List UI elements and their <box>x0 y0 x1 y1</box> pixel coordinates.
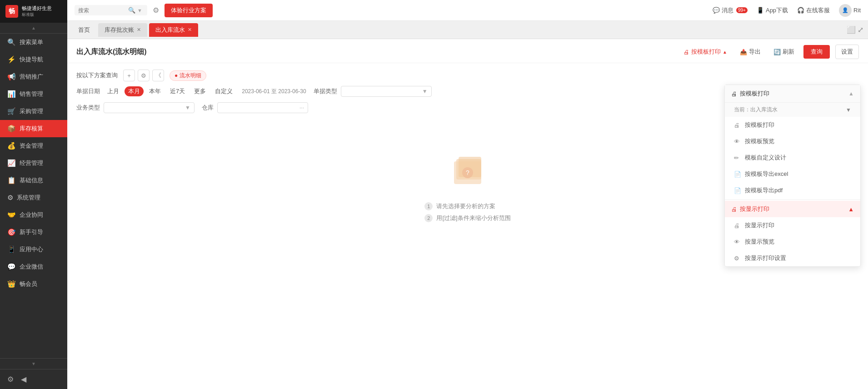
date-opt-thismonth[interactable]: 本月 <box>125 86 144 96</box>
print-dropdown-arrow: ▲ <box>723 50 727 55</box>
empty-steps-container: 1 请先选择要分析的方案 2 用[过滤]条件来缩小分析范围 <box>424 202 510 226</box>
window-restore-btn[interactable]: ⬜ <box>847 25 856 34</box>
tab-home-label: 首页 <box>78 26 90 34</box>
sidebar-logo: 畅 畅捷通好生意 标准版 <box>0 0 67 23</box>
print-icon: 🖨 <box>683 49 689 55</box>
scroll-down-arrow[interactable]: ▼ <box>30 360 37 367</box>
topbar-right: 💬 消息 99+ 📱 App下载 🎧 在线客服 👤 Rit <box>713 4 861 17</box>
finance-icon: 💰 <box>7 142 16 150</box>
export-btn[interactable]: 📤 导出 <box>736 46 764 58</box>
template-preview-label: 按模板预览 <box>745 137 774 145</box>
dropdown-collapse-arrow[interactable]: ▲ <box>848 90 854 97</box>
sidebar-item-basic[interactable]: 📋 基础信息 <box>0 172 67 189</box>
date-opt-last7[interactable]: 近7天 <box>166 86 189 96</box>
svg-text:?: ? <box>466 169 469 176</box>
doctype-select[interactable]: ▼ <box>341 86 432 97</box>
biztype-select[interactable]: ▼ <box>104 102 195 113</box>
template-pdf-label: 按模板导出pdf <box>745 186 783 194</box>
current-arrow-icon: ▼ <box>846 107 851 113</box>
refresh-label: 刷新 <box>783 48 794 56</box>
sidebar-item-wechat[interactable]: 💬 企业微信 <box>0 258 67 275</box>
date-opt-custom[interactable]: 自定义 <box>211 86 236 96</box>
template-excel-item[interactable]: 📄 按模板导出excel <box>725 166 860 182</box>
display-preview-item[interactable]: 👁 按显示预览 <box>725 234 860 250</box>
topbar-gear-icon[interactable]: ⚙ <box>153 6 159 15</box>
sidebar-item-vip[interactable]: 👑 畅会员 <box>0 275 67 293</box>
query-btn[interactable]: 查询 <box>803 45 830 59</box>
sidebar-item-operations[interactable]: 📈 经营管理 <box>0 155 67 172</box>
topbar-search-box[interactable]: 🔍 ▼ <box>75 5 147 15</box>
appcenter-icon: 📱 <box>7 245 16 254</box>
operations-icon: 📈 <box>7 159 16 167</box>
topbar: 🔍 ▼ ⚙ 体验行业方案 💬 消息 99+ 📱 App下载 🎧 在线客服 👤 R… <box>67 0 868 21</box>
display-print-item[interactable]: 🖨 按显示打印 <box>725 217 860 234</box>
date-filter-group: 单据日期 上月 本月 本年 近7天 更多 自定义 2023-06-01 至 20… <box>76 86 306 96</box>
tabbar: 首页 库存批次账 ✕ 出入库流水 ✕ ⬜ ⤢ <box>67 21 868 39</box>
collapse-filter-btn[interactable]: 《 <box>152 70 164 81</box>
date-opt-lastmonth[interactable]: 上月 <box>104 86 123 96</box>
template-print-label: 按模板打印 <box>745 121 774 129</box>
display-print-section[interactable]: 🖨 按显示打印 ▲ <box>725 201 860 217</box>
system-icon: ⚙ <box>7 194 13 202</box>
print-template-btn[interactable]: 🖨 按模板打印 ▲ <box>680 46 731 58</box>
online-service-btn[interactable]: 🎧 在线客服 <box>797 6 830 15</box>
search-input[interactable] <box>78 7 128 14</box>
dropdown-title: 🖨 按模板打印 <box>731 90 769 98</box>
sidebar-item-search[interactable]: 🔍 搜索菜单 <box>0 34 67 51</box>
tab-flow-close[interactable]: ✕ <box>188 27 192 33</box>
step-1-text: 请先选择要分析的方案 <box>436 202 495 210</box>
dropdown-divider <box>725 199 860 200</box>
app-download-btn[interactable]: 📱 App下载 <box>757 6 788 15</box>
page-header: 出入库流水(流水明细) 🖨 按模板打印 ▲ 📤 导出 🔄 刷新 查询 设置 <box>67 39 868 63</box>
tab-home[interactable]: 首页 <box>72 23 96 37</box>
sidebar-item-inventory[interactable]: 📦 库存核算 <box>0 120 67 137</box>
add-filter-btn[interactable]: + <box>123 70 135 81</box>
refresh-btn[interactable]: 🔄 刷新 <box>770 46 798 58</box>
sidebar-item-finance[interactable]: 💰 资金管理 <box>0 137 67 155</box>
filter-tag[interactable]: ● 流水明细 <box>170 70 206 81</box>
service-icon: 🎧 <box>797 7 804 14</box>
sidebar-label-finance: 资金管理 <box>20 142 43 150</box>
main-content: 🔍 ▼ ⚙ 体验行业方案 💬 消息 99+ 📱 App下载 🎧 在线客服 👤 R… <box>67 0 868 389</box>
date-opt-thisyear[interactable]: 本年 <box>145 86 165 96</box>
template-preview-item[interactable]: 👁 按模板预览 <box>725 133 860 150</box>
user-avatar[interactable]: 👤 Rit <box>839 4 861 17</box>
sidebar-item-sales[interactable]: 📊 销售管理 <box>0 85 67 103</box>
warehouse-select[interactable]: ··· <box>217 102 308 113</box>
current-template-label[interactable]: 当前：出入库流水 ▼ <box>725 103 860 117</box>
sidebar-item-guide[interactable]: 🎯 新手引导 <box>0 224 67 241</box>
sidebar-item-system[interactable]: ⚙ 系统管理 <box>0 189 67 206</box>
settings-bottom-icon[interactable]: ⚙ <box>7 375 14 384</box>
template-excel-label: 按模板导出excel <box>745 170 788 178</box>
date-label: 单据日期 <box>76 87 100 95</box>
date-opt-more[interactable]: 更多 <box>190 86 210 96</box>
scroll-up-arrow[interactable]: ▲ <box>30 25 37 31</box>
warehouse-filter-group: 仓库 ··· <box>202 102 308 113</box>
window-maximize-btn[interactable]: ⤢ <box>858 25 863 34</box>
search-nav-icon: 🔍 <box>7 38 16 46</box>
phone-icon: 📱 <box>757 7 764 14</box>
tab-batch[interactable]: 库存批次账 ✕ <box>98 23 147 37</box>
template-custom-item[interactable]: ✏ 模板自定义设计 <box>725 150 860 166</box>
collapse-icon[interactable]: ◀ <box>21 375 26 384</box>
filter-label: 按以下方案查询 <box>76 71 118 80</box>
display-settings-item[interactable]: ⚙ 按显示打印设置 <box>725 250 860 266</box>
sidebar-item-appcenter[interactable]: 📱 应用中心 <box>0 241 67 258</box>
tab-flow[interactable]: 出入库流水 ✕ <box>149 23 198 37</box>
warehouse-more-icon: ··· <box>299 105 304 111</box>
tab-batch-close[interactable]: ✕ <box>137 27 141 33</box>
template-print-item[interactable]: 🖨 按模板打印 <box>725 117 860 133</box>
print-dropdown-panel: 🖨 按模板打印 ▲ 当前：出入库流水 ▼ 🖨 按模板打印 👁 按模板预览 <box>724 85 861 267</box>
display-section-label: 按显示打印 <box>740 205 769 213</box>
sidebar-item-marketing[interactable]: 📢 营销推广 <box>0 68 67 85</box>
sidebar-item-quicknav[interactable]: ⚡ 快捷导航 <box>0 51 67 68</box>
display-section-icon: 🖨 <box>731 206 737 213</box>
sidebar-item-purchase[interactable]: 🛒 采购管理 <box>0 103 67 120</box>
template-pdf-item[interactable]: 📄 按模板导出pdf <box>725 182 860 199</box>
sidebar-item-collab[interactable]: 🤝 企业协同 <box>0 206 67 224</box>
settings-btn[interactable]: 设置 <box>835 45 859 59</box>
settings-filter-btn[interactable]: ⚙ <box>138 70 150 81</box>
messages-btn[interactable]: 💬 消息 99+ <box>713 6 748 15</box>
industry-btn[interactable]: 体验行业方案 <box>165 4 213 17</box>
doctype-dropdown-icon: ▼ <box>422 88 428 95</box>
